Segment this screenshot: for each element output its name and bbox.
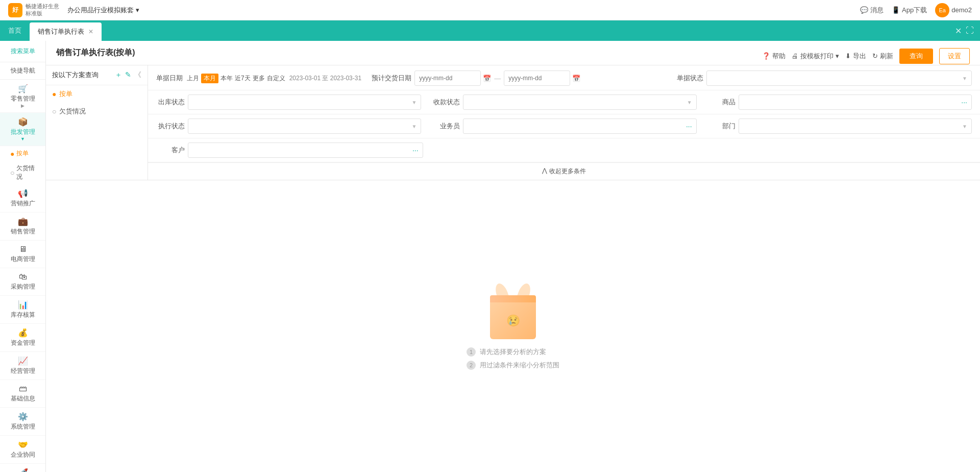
refresh-button[interactable]: ↻ 刷新 xyxy=(872,52,893,61)
empty-state: 😢 1 请先选择要分析的方案 2 用过滤条件来缩小分析范围 xyxy=(467,283,559,370)
date-tab-prev-month[interactable]: 上月 xyxy=(187,74,199,83)
goods-field[interactable]: ··· xyxy=(739,95,972,110)
scheme-edit-icon[interactable]: ✎ xyxy=(125,70,131,80)
goods-more-icon[interactable]: ··· xyxy=(961,98,967,106)
scheme-order-icon: ● xyxy=(52,90,56,98)
customer-field[interactable]: ··· xyxy=(188,143,423,158)
empty-illustration: 😢 xyxy=(482,283,544,339)
forecast-date-end-input[interactable] xyxy=(504,70,570,86)
exec-status-select[interactable]: ▼ xyxy=(188,119,421,134)
filter-stock-status-field: 出库状态 ▼ xyxy=(156,95,421,110)
customer-more-icon[interactable]: ··· xyxy=(412,146,419,154)
date-tab-this-year[interactable]: 本年 xyxy=(220,74,233,83)
page-title: 销售订单执行表(按单) xyxy=(56,48,135,64)
sidebar-item-wholesale[interactable]: 📦 批发管理 ▼ xyxy=(0,113,45,146)
tab-close-icon[interactable]: ✕ xyxy=(88,28,93,35)
scheme-collapse-icon[interactable]: 《 xyxy=(134,70,141,80)
scheme-panel: 按以下方案查询 ＋ ✎ 《 ● 按单 ○ 欠货情况 xyxy=(46,65,148,180)
sidebar-item-marketing[interactable]: 📢 营销推广 xyxy=(0,184,45,213)
query-button[interactable]: 查询 xyxy=(899,49,933,64)
filter-customer-field: 客户 ··· xyxy=(156,143,423,158)
stock-status-select[interactable]: ▼ xyxy=(188,95,421,110)
payment-status-label: 收款状态 xyxy=(431,98,460,107)
scheme-item-by-debt[interactable]: ○ 欠货情况 xyxy=(46,103,148,120)
top-bar-right: 💬 消息 📱 App下载 Ea demo2 xyxy=(860,3,972,17)
sidebar-item-basic[interactable]: 🗃 基础信息 xyxy=(0,380,45,408)
avatar: Ea xyxy=(935,3,949,17)
app-selector[interactable]: 办公用品行业模拟账套 ▾ xyxy=(63,6,143,15)
tab-controls: ✕ ⛶ xyxy=(949,26,980,36)
salesperson-field[interactable]: ··· xyxy=(463,119,696,134)
date-tab-custom[interactable]: 自定义 xyxy=(267,74,285,83)
dept-select[interactable]: ▼ xyxy=(739,119,972,134)
help-icon: ❓ xyxy=(762,52,770,60)
tip-num-1: 1 xyxy=(467,347,476,357)
date-tab-more[interactable]: 更多 xyxy=(253,74,265,83)
forecast-date-start-input[interactable] xyxy=(414,70,481,86)
filter-status-field: 单据状态 ▼ xyxy=(677,70,972,86)
sidebar-search[interactable]: 搜索菜单 xyxy=(0,41,45,62)
content-area: 销售订单执行表(按单) ❓ 帮助 🖨 按模板打印 ▾ ⬇ 导出 ↻ 刷新 xyxy=(46,41,980,472)
export-button[interactable]: ⬇ 导出 xyxy=(845,52,866,61)
settings-button[interactable]: 设置 xyxy=(939,48,970,64)
filter-exec-status-field: 执行状态 ▼ xyxy=(156,119,421,134)
order-sub-icon: ● xyxy=(10,150,14,158)
forecast-date-cal-end[interactable]: 📅 xyxy=(572,75,580,82)
sidebar-item-inventory[interactable]: 📊 库存核算 xyxy=(0,296,45,324)
help-button[interactable]: ❓ 帮助 xyxy=(762,52,786,61)
salesperson-more-icon[interactable]: ··· xyxy=(686,122,692,130)
sidebar-item-operation[interactable]: 📈 经营管理 xyxy=(0,352,45,380)
sidebar-quick-nav[interactable]: 快捷导航 xyxy=(0,62,45,80)
collapse-row[interactable]: ⋀ 收起更多条件 xyxy=(148,162,980,180)
filter-row-4: 客户 ··· xyxy=(148,138,980,162)
sidebar-item-system[interactable]: ⚙️ 系统管理 xyxy=(0,408,45,436)
tab-home[interactable]: 首页 xyxy=(0,20,30,41)
sidebar-sub-item-order[interactable]: ● 按单 xyxy=(0,146,45,161)
filter-row-1: 单据日期 上月 本月 本年 近7天 更多 自定义 2023-03-01 至 20… xyxy=(148,65,980,90)
tab-close-all-button[interactable]: ✕ xyxy=(955,26,962,36)
sidebar-item-enterprise[interactable]: 🤝 企业协同 xyxy=(0,436,45,464)
date-tab-7days[interactable]: 近7天 xyxy=(235,74,251,83)
print-icon: 🖨 xyxy=(792,52,798,60)
sidebar-item-purchase[interactable]: 🛍 采购管理 xyxy=(0,268,45,296)
message-button[interactable]: 💬 消息 xyxy=(860,6,884,15)
user-profile[interactable]: Ea demo2 xyxy=(935,3,972,17)
download-icon: 📱 xyxy=(892,6,900,14)
sidebar-nav-text[interactable]: 快捷导航 xyxy=(0,64,45,77)
logo-area: 好 畅捷通好生意 标准版 xyxy=(8,3,59,17)
filter-row-3: 执行状态 ▼ 业务员 ··· 部门 xyxy=(148,114,980,138)
exec-status-label: 执行状态 xyxy=(156,122,185,131)
forecast-date-cal-start[interactable]: 📅 xyxy=(483,75,491,82)
top-bar: 好 畅捷通好生意 标准版 办公用品行业模拟账套 ▾ 💬 消息 📱 App下载 E… xyxy=(0,0,980,20)
payment-status-select[interactable]: ▼ xyxy=(463,95,696,110)
data-area: 😢 1 请先选择要分析的方案 2 用过滤条件来缩小分析范围 xyxy=(46,180,980,472)
tab-expand-button[interactable]: ⛶ xyxy=(966,26,974,35)
sidebar-sub-item-debt[interactable]: ○ 欠货情况 xyxy=(0,161,45,184)
logo-text: 畅捷通好生意 标准版 xyxy=(26,3,59,16)
print-button[interactable]: 🖨 按模板打印 ▾ xyxy=(792,52,839,61)
filter-goods-field: 商品 ··· xyxy=(707,95,972,110)
tab-sales-order[interactable]: 销售订单执行表 ✕ xyxy=(30,22,102,41)
print-chevron: ▾ xyxy=(836,52,839,60)
scheme-debt-icon: ○ xyxy=(52,107,56,115)
status-select[interactable]: ▼ xyxy=(706,70,972,86)
sidebar-item-sales[interactable]: 💼 销售管理 xyxy=(0,213,45,241)
sidebar-item-ecommerce[interactable]: 🖥 电商管理 xyxy=(0,241,45,268)
app-download-button[interactable]: 📱 App下载 xyxy=(892,6,927,15)
app-selector-chevron: ▾ xyxy=(136,6,139,14)
enterprise-icon: 🤝 xyxy=(18,440,28,450)
scheme-item-by-order[interactable]: ● 按单 xyxy=(46,85,148,103)
sidebar-item-finance[interactable]: 💰 资金管理 xyxy=(0,324,45,352)
box-body: 😢 xyxy=(490,302,536,339)
filter-salesperson-field: 业务员 ··· xyxy=(431,119,696,134)
sidebar-item-retail[interactable]: 🛒 零售管理 ▶ xyxy=(0,80,45,113)
basic-icon: 🗃 xyxy=(19,384,27,393)
forecast-date-separator: — xyxy=(493,75,502,82)
filter-row-2: 出库状态 ▼ 收款状态 ▼ 商品 xyxy=(148,90,980,114)
date-tab-this-month[interactable]: 本月 xyxy=(201,74,218,83)
main-body: 搜索菜单 快捷导航 🛒 零售管理 ▶ 📦 批发管理 ▼ ● 按单 ○ 欠货情况 … xyxy=(0,41,980,472)
wholesale-arrow: ▼ xyxy=(20,136,25,141)
scheme-add-icon[interactable]: ＋ xyxy=(115,70,122,80)
sidebar-item-newbie[interactable]: 🚀 新手引导 xyxy=(0,464,45,472)
sidebar-search-text[interactable]: 搜索菜单 xyxy=(4,45,41,58)
